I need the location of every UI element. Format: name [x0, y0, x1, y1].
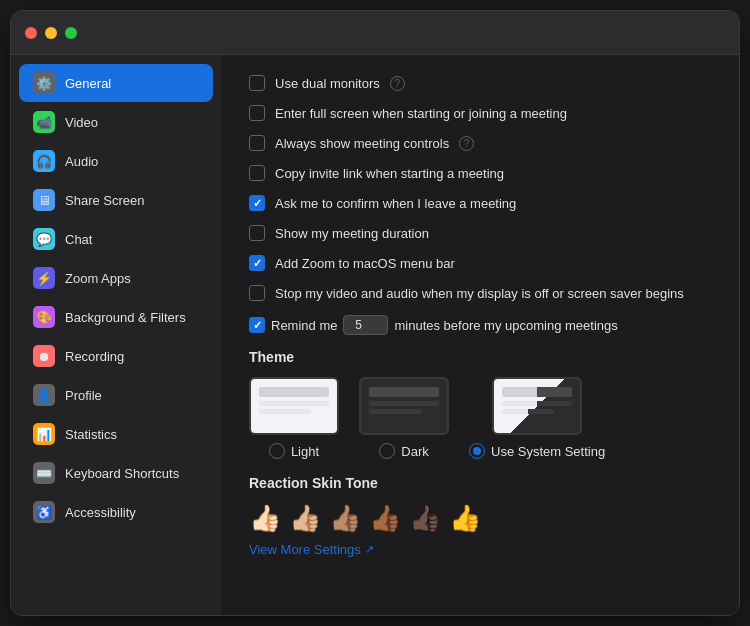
checkbox-meeting-controls[interactable]	[249, 135, 265, 151]
skin-tone-4[interactable]: 👍🏿	[409, 503, 441, 534]
sidebar-item-share-screen[interactable]: 🖥Share Screen	[19, 181, 213, 219]
theme-preview-dark	[359, 377, 449, 435]
close-button[interactable]	[25, 27, 37, 39]
radio-label-dark: Dark	[401, 444, 428, 459]
setting-row-confirm-leave: Ask me to confirm when I leave a meeting	[249, 195, 711, 211]
skin-tone-2[interactable]: 👍🏽	[329, 503, 361, 534]
setting-row-meeting-duration: Show my meeting duration	[249, 225, 711, 241]
help-icon-meeting-controls[interactable]: ?	[459, 136, 474, 151]
theme-section: Theme Light Dark Use System Setting	[249, 349, 711, 459]
radio-light[interactable]	[269, 443, 285, 459]
traffic-lights	[25, 27, 77, 39]
minimize-button[interactable]	[45, 27, 57, 39]
sidebar-label-background-filters: Background & Filters	[65, 310, 186, 325]
sidebar-label-video: Video	[65, 115, 98, 130]
label-zoom-menubar: Add Zoom to macOS menu bar	[275, 256, 455, 271]
sidebar-item-keyboard-shortcuts[interactable]: ⌨️Keyboard Shortcuts	[19, 454, 213, 492]
general-icon: ⚙️	[33, 72, 55, 94]
label-confirm-leave: Ask me to confirm when I leave a meeting	[275, 196, 516, 211]
sidebar-label-zoom-apps: Zoom Apps	[65, 271, 131, 286]
settings-window: ⚙️General📹Video🎧Audio🖥Share Screen💬Chat⚡…	[10, 10, 740, 616]
video-icon: 📹	[33, 111, 55, 133]
theme-options: Light Dark Use System Setting	[249, 377, 711, 459]
theme-radio-row-dark: Dark	[379, 443, 428, 459]
setting-row-stop-video: Stop my video and audio when my display …	[249, 285, 711, 301]
sidebar-item-video[interactable]: 📹Video	[19, 103, 213, 141]
theme-section-label: Theme	[249, 349, 711, 365]
theme-option-light[interactable]: Light	[249, 377, 339, 459]
sidebar-label-share-screen: Share Screen	[65, 193, 145, 208]
setting-row-zoom-menubar: Add Zoom to macOS menu bar	[249, 255, 711, 271]
label-meeting-controls: Always show meeting controls	[275, 136, 449, 151]
radio-dark[interactable]	[379, 443, 395, 459]
audio-icon: 🎧	[33, 150, 55, 172]
sidebar-item-accessibility[interactable]: ♿Accessibility	[19, 493, 213, 531]
view-more-icon: ↗	[365, 543, 374, 556]
sidebar-item-zoom-apps[interactable]: ⚡Zoom Apps	[19, 259, 213, 297]
theme-radio-row-system: Use System Setting	[469, 443, 605, 459]
sidebar-item-background-filters[interactable]: 🎨Background & Filters	[19, 298, 213, 336]
sidebar-label-accessibility: Accessibility	[65, 505, 136, 520]
zoom-apps-icon: ⚡	[33, 267, 55, 289]
checkbox-confirm-leave[interactable]	[249, 195, 265, 211]
sidebar-item-profile[interactable]: 👤Profile	[19, 376, 213, 414]
chat-icon: 💬	[33, 228, 55, 250]
remind-minutes-input[interactable]	[343, 315, 388, 335]
sidebar-label-profile: Profile	[65, 388, 102, 403]
background-filters-icon: 🎨	[33, 306, 55, 328]
skin-tone-3[interactable]: 👍🏾	[369, 503, 401, 534]
skin-tones-container: 👍🏻👍🏼👍🏽👍🏾👍🏿👍	[249, 503, 711, 534]
checkbox-stop-video[interactable]	[249, 285, 265, 301]
setting-row-dual-monitors: Use dual monitors?	[249, 75, 711, 91]
titlebar	[11, 11, 739, 55]
setting-row-copy-invite: Copy invite link when starting a meeting	[249, 165, 711, 181]
theme-option-system[interactable]: Use System Setting	[469, 377, 605, 459]
remind-label-after: minutes before my upcoming meetings	[394, 318, 617, 333]
sidebar-item-statistics[interactable]: 📊Statistics	[19, 415, 213, 453]
statistics-icon: 📊	[33, 423, 55, 445]
label-dual-monitors: Use dual monitors	[275, 76, 380, 91]
checkbox-meeting-duration[interactable]	[249, 225, 265, 241]
setting-row-meeting-controls: Always show meeting controls?	[249, 135, 711, 151]
skin-tone-1[interactable]: 👍🏼	[289, 503, 321, 534]
recording-icon: ⏺	[33, 345, 55, 367]
checkbox-remind[interactable]	[249, 317, 265, 333]
checkbox-dual-monitors[interactable]	[249, 75, 265, 91]
sidebar: ⚙️General📹Video🎧Audio🖥Share Screen💬Chat⚡…	[11, 55, 221, 615]
remind-row: Remind meminutes before my upcoming meet…	[249, 315, 711, 335]
sidebar-label-general: General	[65, 76, 111, 91]
main-layout: ⚙️General📹Video🎧Audio🖥Share Screen💬Chat⚡…	[11, 55, 739, 615]
theme-preview-light	[249, 377, 339, 435]
sidebar-label-chat: Chat	[65, 232, 92, 247]
skin-tone-5[interactable]: 👍	[449, 503, 481, 534]
skin-tone-section: Reaction Skin Tone👍🏻👍🏼👍🏽👍🏾👍🏿👍	[249, 475, 711, 534]
sidebar-item-audio[interactable]: 🎧Audio	[19, 142, 213, 180]
label-meeting-duration: Show my meeting duration	[275, 226, 429, 241]
help-icon-dual-monitors[interactable]: ?	[390, 76, 405, 91]
skin-tone-0[interactable]: 👍🏻	[249, 503, 281, 534]
sidebar-label-keyboard-shortcuts: Keyboard Shortcuts	[65, 466, 179, 481]
checkbox-copy-invite[interactable]	[249, 165, 265, 181]
remind-label-before: Remind me	[271, 318, 337, 333]
theme-preview-system	[492, 377, 582, 435]
view-more-link[interactable]: View More Settings↗	[249, 542, 711, 557]
label-copy-invite: Copy invite link when starting a meeting	[275, 166, 504, 181]
checkbox-full-screen[interactable]	[249, 105, 265, 121]
sidebar-label-statistics: Statistics	[65, 427, 117, 442]
checkbox-zoom-menubar[interactable]	[249, 255, 265, 271]
sidebar-item-general[interactable]: ⚙️General	[19, 64, 213, 102]
maximize-button[interactable]	[65, 27, 77, 39]
content-area: Use dual monitors?Enter full screen when…	[221, 55, 739, 615]
keyboard-shortcuts-icon: ⌨️	[33, 462, 55, 484]
radio-label-light: Light	[291, 444, 319, 459]
theme-option-dark[interactable]: Dark	[359, 377, 449, 459]
label-full-screen: Enter full screen when starting or joini…	[275, 106, 567, 121]
radio-system[interactable]	[469, 443, 485, 459]
sidebar-item-recording[interactable]: ⏺Recording	[19, 337, 213, 375]
radio-label-system: Use System Setting	[491, 444, 605, 459]
sidebar-item-chat[interactable]: 💬Chat	[19, 220, 213, 258]
setting-row-full-screen: Enter full screen when starting or joini…	[249, 105, 711, 121]
profile-icon: 👤	[33, 384, 55, 406]
label-stop-video: Stop my video and audio when my display …	[275, 286, 684, 301]
sidebar-label-audio: Audio	[65, 154, 98, 169]
